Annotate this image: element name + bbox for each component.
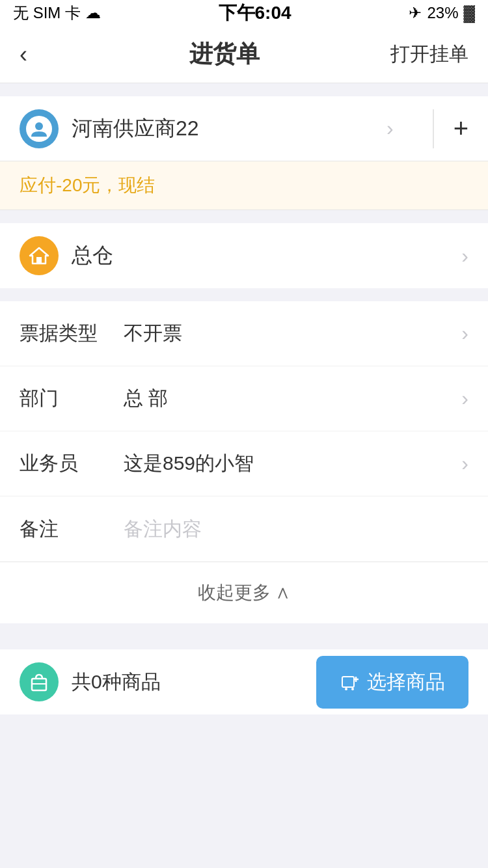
status-time: 下午6:04 xyxy=(219,1,291,25)
avatar-inner xyxy=(26,116,52,142)
svg-point-7 xyxy=(351,688,354,690)
remark-input[interactable]: 备注内容 xyxy=(124,516,468,543)
product-icon xyxy=(20,662,59,701)
svg-point-6 xyxy=(345,688,347,690)
status-bar: 无 SIM 卡 ☁ 下午6:04 ✈ 23% ▓ xyxy=(0,0,488,26)
status-right: ✈ 23% ▓ xyxy=(409,4,475,22)
salesperson-row[interactable]: 业务员 这是859的小智 › xyxy=(0,431,488,496)
form-section: 票据类型 不开票 › 部门 总 部 › 业务员 这是859的小智 › 备注 备注… xyxy=(0,301,488,562)
page-rest xyxy=(0,714,488,868)
gap-1 xyxy=(0,83,488,96)
department-chevron-icon: › xyxy=(461,387,468,411)
supplier-name: 河南供应商22 xyxy=(72,115,386,143)
gap-2 xyxy=(0,210,488,223)
salesperson-label: 业务员 xyxy=(20,450,111,477)
ticket-type-label: 票据类型 xyxy=(20,320,111,347)
status-left: 无 SIM 卡 ☁ xyxy=(13,3,101,23)
remark-label: 备注 xyxy=(20,516,111,543)
ticket-type-chevron-icon: › xyxy=(461,321,468,346)
salesperson-chevron-icon: › xyxy=(461,452,468,476)
bag-icon xyxy=(28,671,50,693)
svg-rect-5 xyxy=(342,677,354,687)
cart-icon xyxy=(340,671,360,692)
supplier-avatar xyxy=(20,109,59,148)
person-icon xyxy=(30,120,48,138)
battery-level: 23% xyxy=(427,4,458,22)
collapse-button[interactable]: 收起更多 ∧ xyxy=(0,562,488,623)
warehouse-chevron-icon: › xyxy=(461,244,468,268)
back-button[interactable]: ‹ xyxy=(20,41,59,68)
battery-icon: ✈ xyxy=(409,4,422,22)
select-product-button[interactable]: 选择商品 xyxy=(316,656,468,709)
ticket-type-row[interactable]: 票据类型 不开票 › xyxy=(0,301,488,366)
gap-3 xyxy=(0,623,488,636)
bottom-bar: 共0种商品 选择商品 xyxy=(0,649,488,714)
warehouse-icon xyxy=(20,236,59,275)
ticket-type-value: 不开票 xyxy=(124,320,461,347)
supplier-row[interactable]: 河南供应商22 › + xyxy=(0,96,488,161)
supplier-divider xyxy=(433,109,434,148)
svg-point-0 xyxy=(35,122,43,130)
supplier-chevron-icon: › xyxy=(386,116,394,141)
department-label: 部门 xyxy=(20,385,111,412)
select-product-label: 选择商品 xyxy=(367,669,445,696)
department-row[interactable]: 部门 总 部 › xyxy=(0,366,488,431)
battery-bar: ▓ xyxy=(463,4,475,22)
salesperson-value: 这是859的小智 xyxy=(124,450,461,477)
nav-bar: ‹ 进货单 打开挂单 xyxy=(0,26,488,83)
house-icon xyxy=(29,245,49,266)
svg-rect-2 xyxy=(36,257,42,264)
add-supplier-button[interactable]: + xyxy=(454,114,468,143)
remark-row[interactable]: 备注 备注内容 xyxy=(0,496,488,562)
page-title: 进货单 xyxy=(189,38,260,70)
department-value: 总 部 xyxy=(124,385,461,412)
sim-status: 无 SIM 卡 ☁ xyxy=(13,3,101,23)
warehouse-name: 总仓 xyxy=(72,241,461,270)
notice-banner: 应付-20元，现结 xyxy=(0,161,488,210)
product-count-label: 共0种商品 xyxy=(72,669,316,696)
warehouse-row[interactable]: 总仓 › xyxy=(0,223,488,288)
open-pending-button[interactable]: 打开挂单 xyxy=(390,41,468,68)
